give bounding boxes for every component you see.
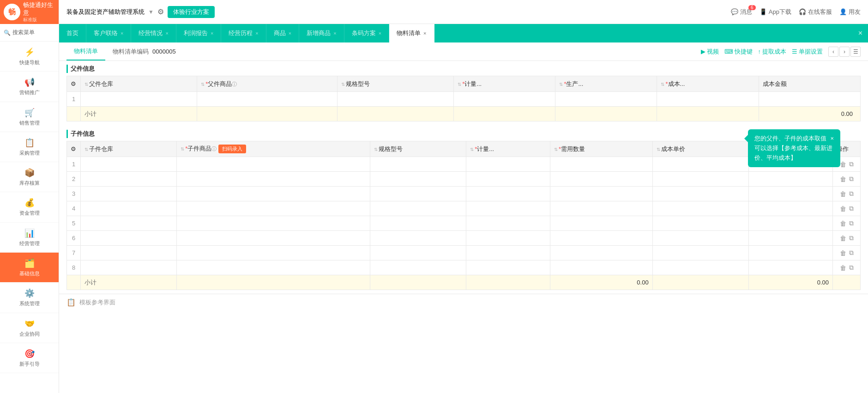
tab-goods-close[interactable]: × [289, 30, 291, 36]
child-row-8-goods[interactable] [177, 260, 370, 275]
tab-profit-close[interactable]: × [211, 30, 213, 36]
child-row-6-spec[interactable] [370, 231, 466, 246]
child-row-4-qty[interactable] [550, 201, 652, 216]
parent-row-1-amount[interactable] [759, 92, 860, 107]
sidebar-item-inventory[interactable]: 📦 库存核算 [0, 162, 59, 192]
online-service-button[interactable]: 🎧 在线客服 [799, 8, 832, 16]
app-download-button[interactable]: 📱 App下载 [760, 8, 791, 16]
copy-icon-row7[interactable]: ⧉ [849, 249, 854, 257]
child-row-3-goods[interactable] [177, 187, 370, 201]
child-row-6-unit-price[interactable] [652, 231, 748, 246]
child-row-2-unit-price[interactable] [652, 172, 748, 187]
sidebar-item-basic-info[interactable]: 🗂️ 基础信息 [0, 253, 59, 283]
parent-row-1-goods[interactable] [197, 92, 338, 107]
child-row-7-unit[interactable] [466, 246, 550, 260]
child-row-7-goods[interactable] [177, 246, 370, 260]
child-row-1-warehouse[interactable] [81, 157, 177, 172]
sidebar-item-enterprise[interactable]: 🤝 企业协同 [0, 313, 59, 343]
child-row-1-unit[interactable] [466, 157, 550, 172]
single-settings-button[interactable]: ☰ 单据设置 [792, 48, 823, 56]
delete-icon-row5[interactable]: 🗑 [840, 220, 846, 227]
parent-row-1-warehouse[interactable] [81, 92, 197, 107]
child-row-7-amount[interactable] [748, 246, 832, 260]
copy-icon-row6[interactable]: ⧉ [849, 234, 854, 242]
child-row-3-qty[interactable] [550, 187, 652, 201]
child-row-7-spec[interactable] [370, 246, 466, 260]
child-row-7-qty[interactable] [550, 246, 652, 260]
child-row-1-unit-price[interactable] [652, 157, 748, 172]
child-row-8-qty[interactable] [550, 260, 652, 275]
tab-history-close[interactable]: × [255, 30, 258, 36]
delete-icon-row3[interactable]: 🗑 [840, 190, 846, 198]
child-row-6-qty[interactable] [550, 231, 652, 246]
sub-tab-bom-list[interactable]: 物料清单 [66, 42, 105, 60]
child-row-5-unit[interactable] [466, 216, 550, 231]
settings-icon[interactable]: ⚙ [157, 7, 164, 16]
tab-new-goods-close[interactable]: × [333, 30, 336, 36]
prev-arrow[interactable]: ‹ [828, 47, 838, 57]
tab-operations-close[interactable]: × [165, 30, 168, 36]
delete-icon-row6[interactable]: 🗑 [840, 235, 846, 242]
child-row-4-unit[interactable] [466, 201, 550, 216]
tab-customer[interactable]: 客户联络 × [86, 24, 131, 42]
child-row-6-goods[interactable] [177, 231, 370, 246]
copy-icon-row2[interactable]: ⧉ [849, 175, 854, 183]
child-row-7-unit-price[interactable] [652, 246, 748, 260]
close-all-tabs[interactable]: × [853, 29, 868, 37]
child-row-1-spec[interactable] [370, 157, 466, 172]
parent-gear-col[interactable]: ⚙ [67, 76, 81, 92]
tab-history[interactable]: 经营历程 × [221, 24, 266, 42]
child-row-4-amount[interactable] [748, 201, 832, 216]
child-row-8-spec[interactable] [370, 260, 466, 275]
copy-icon-row5[interactable]: ⧉ [849, 219, 854, 227]
child-row-5-amount[interactable] [748, 216, 832, 231]
child-row-1-goods[interactable] [177, 157, 370, 172]
copy-icon-row1[interactable]: ⧉ [849, 160, 854, 168]
view-video-button[interactable]: ▶ 视频 [701, 48, 719, 56]
search-menu-item[interactable]: 🔍 搜索菜单 [0, 24, 59, 42]
child-row-5-unit-price[interactable] [652, 216, 748, 231]
tab-customer-close[interactable]: × [121, 30, 123, 36]
parent-row-1-produce[interactable] [555, 92, 657, 107]
sidebar-item-quick-nav[interactable]: ⚡ 快捷导航 [0, 42, 59, 72]
child-row-2-warehouse[interactable] [81, 172, 177, 187]
child-row-3-warehouse[interactable] [81, 187, 177, 201]
child-gear-col[interactable]: ⚙ [67, 141, 81, 157]
sidebar-item-system[interactable]: ⚙️ 系统管理 [0, 283, 59, 313]
child-row-2-amount[interactable] [748, 172, 832, 187]
parent-row-1-cost[interactable] [657, 92, 759, 107]
child-row-5-warehouse[interactable] [81, 216, 177, 231]
child-row-8-unit[interactable] [466, 260, 550, 275]
delete-icon-row2[interactable]: 🗑 [840, 175, 846, 183]
child-row-6-warehouse[interactable] [81, 231, 177, 246]
tab-bom[interactable]: 物料清单 × [389, 24, 434, 42]
delete-icon-row4[interactable]: 🗑 [840, 205, 846, 212]
child-row-3-spec[interactable] [370, 187, 466, 201]
child-row-8-unit-price[interactable] [652, 260, 748, 275]
message-button[interactable]: 💬 消息 6 [731, 8, 752, 16]
tab-goods[interactable]: 商品 × [266, 24, 299, 42]
child-row-3-amount[interactable] [748, 187, 832, 201]
tab-profit[interactable]: 利润报告 × [176, 24, 221, 42]
tab-barcode-close[interactable]: × [379, 30, 381, 36]
child-row-3-unit[interactable] [466, 187, 550, 201]
shortcut-button[interactable]: ⌨ 快捷键 [724, 48, 753, 56]
copy-icon-row4[interactable]: ⧉ [849, 205, 854, 212]
tab-barcode[interactable]: 条码方案 × [344, 24, 389, 42]
child-row-8-amount[interactable] [748, 260, 832, 275]
delete-icon-row8[interactable]: 🗑 [840, 264, 846, 272]
child-row-7-warehouse[interactable] [81, 246, 177, 260]
child-row-2-spec[interactable] [370, 172, 466, 187]
child-row-5-qty[interactable] [550, 216, 652, 231]
user-menu-button[interactable]: 👤 用友 [839, 8, 861, 16]
child-row-1-qty[interactable] [550, 157, 652, 172]
dropdown-arrow-icon[interactable]: ▼ [148, 9, 154, 15]
sidebar-item-guide[interactable]: 🎯 新手引导 [0, 343, 59, 373]
sidebar-item-finance[interactable]: 💰 资金管理 [0, 192, 59, 222]
child-row-4-warehouse[interactable] [81, 201, 177, 216]
sidebar-item-marketing[interactable]: 📢 营销推广 [0, 72, 59, 102]
delete-icon-row7[interactable]: 🗑 [840, 249, 846, 257]
child-row-5-spec[interactable] [370, 216, 466, 231]
delete-icon-row1[interactable]: 🗑 [840, 161, 846, 168]
parent-row-1-spec[interactable] [337, 92, 453, 107]
